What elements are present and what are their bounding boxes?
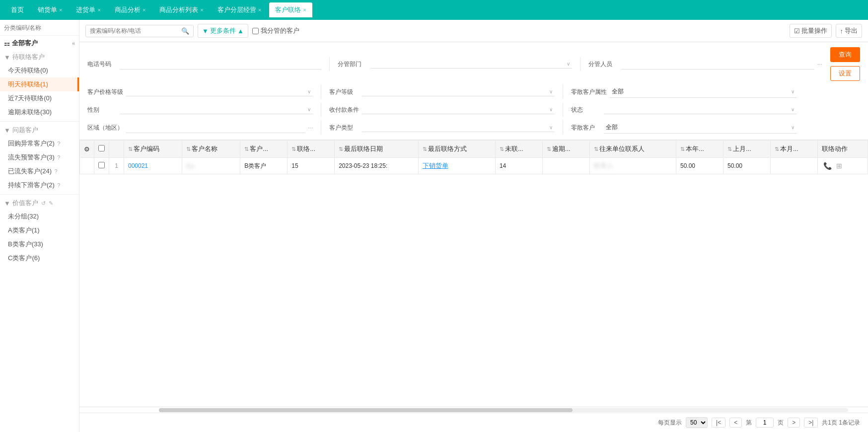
set-btn[interactable]: 设置	[830, 66, 860, 81]
status-field: 状态 ∨	[571, 105, 796, 114]
nav-tab-5[interactable]: 客户联络 ×	[269, 2, 312, 17]
nav-close-1[interactable]: ×	[97, 7, 100, 13]
data-table-wrap: ⚙ ⇅客户编码 ⇅客户名称 ⇅客户... ⇅联络... ⇅最后联络日期 ⇅最后联…	[79, 140, 868, 407]
h-scrollbar-bg	[159, 408, 848, 412]
manager-input[interactable]	[621, 59, 814, 70]
per-page-select[interactable]: 50	[686, 417, 708, 428]
filter-divider-2	[580, 57, 580, 71]
my-customers-check[interactable]	[252, 28, 259, 34]
retail-customer-label: 零散客户	[571, 124, 601, 132]
more-conditions-btn[interactable]: ▼ 更多条件 ▲	[198, 24, 248, 38]
sidebar-tomorrow-contact[interactable]: 明天待联络(1)	[0, 77, 79, 91]
sidebar-search-box: 🔍	[0, 20, 79, 36]
th-checkbox[interactable]	[94, 141, 109, 158]
export-btn[interactable]: ↑ 导出	[836, 24, 863, 38]
th-gear[interactable]: ⚙	[80, 141, 94, 158]
customer-type-select[interactable]: ∨	[362, 123, 555, 132]
batch-op-label: 批量操作	[801, 26, 827, 35]
prev-page-btn[interactable]: <	[729, 418, 742, 428]
retail-attr-select[interactable]: 全部 ∨	[610, 86, 796, 98]
th-last-date[interactable]: ⇅最后联络日期	[335, 141, 419, 158]
region-input[interactable]	[126, 123, 305, 133]
row-select-checkbox[interactable]	[98, 162, 105, 168]
sidebar-continuous-decline[interactable]: 持续下滑客户(2) ?	[0, 178, 79, 192]
payment-label: 收付款条件	[329, 106, 359, 114]
nav-tab-0[interactable]: 销货单 ×	[32, 2, 68, 17]
row-contact-count: 15	[288, 158, 335, 174]
payment-select[interactable]: ∨	[362, 105, 555, 114]
row-code[interactable]: 000021	[124, 158, 182, 174]
th-contacts[interactable]: ⇅往来单位联系人	[589, 141, 676, 158]
nav-close-2[interactable]: ×	[143, 7, 145, 13]
sidebar-c-class[interactable]: C类客户(6)	[0, 251, 79, 265]
status-label: 状态	[571, 106, 601, 114]
nav-tab-3[interactable]: 商品分析列表 ×	[153, 2, 209, 17]
th-last-month[interactable]: ⇅上月...	[723, 141, 770, 158]
status-select[interactable]: ∨	[604, 105, 796, 114]
my-customers-checkbox[interactable]: 我分管的客户	[252, 26, 299, 35]
retail-customer-select[interactable]: 全部 ∨	[604, 122, 796, 134]
gender-label: 性别	[87, 106, 117, 114]
page-num-input[interactable]	[756, 418, 774, 428]
customer-level-field: 客户等级 ∨	[329, 87, 555, 96]
row-last-method[interactable]: 下销货单	[418, 158, 495, 174]
sidebar-search-input[interactable]	[4, 24, 78, 31]
select-all-checkbox[interactable]	[98, 145, 105, 151]
sidebar-near7-contact[interactable]: 近7天待联络(0)	[0, 91, 79, 105]
th-this-month[interactable]: ⇅本月...	[770, 141, 817, 158]
batch-op-btn[interactable]: ☑ 批量操作	[790, 24, 832, 38]
filter-divider-7	[321, 121, 321, 135]
row-last-date: 2023-05-23 18:25:	[335, 158, 419, 174]
sidebar-lost-risk[interactable]: 流失预警客户(3) ?	[0, 150, 79, 164]
th-contact-count[interactable]: ⇅联络...	[288, 141, 335, 158]
nav-tab-4[interactable]: 客户分层经营 ×	[212, 2, 267, 17]
dept-select[interactable]: ∨	[370, 60, 572, 69]
last-page-btn[interactable]: >|	[804, 418, 818, 428]
th-last-method[interactable]: ⇅最后联络方式	[418, 141, 495, 158]
h-scrollbar-thumb[interactable]	[159, 408, 573, 412]
row-checkbox[interactable]	[94, 158, 109, 174]
nav-close-0[interactable]: ×	[59, 7, 62, 13]
sidebar-today-contact[interactable]: 今天待联络(0)	[0, 64, 79, 77]
th-type[interactable]: ⇅客户...	[240, 141, 288, 158]
nav-close-3[interactable]: ×	[200, 7, 203, 13]
th-code[interactable]: ⇅客户编码	[124, 141, 182, 158]
price-level-arrow: ∨	[307, 89, 311, 94]
phone-input[interactable]	[120, 59, 321, 70]
action-grid-icon[interactable]: ⊞	[836, 162, 842, 170]
sort-icon-contacts: ⇅	[594, 146, 598, 152]
query-set-btns: 查询 设置	[830, 47, 860, 81]
sidebar-b-class[interactable]: B类客户(33)	[0, 237, 79, 251]
sidebar-overdue-contact[interactable]: 逾期未联络(30)	[0, 105, 79, 119]
total-records-label: 共1页 1条记录	[822, 419, 860, 427]
customer-type-field: 客户类型 ∨	[329, 123, 555, 132]
sidebar-already-lost[interactable]: 已流失客户(24) ?	[0, 164, 79, 178]
customer-level-select[interactable]: ∨	[362, 87, 555, 96]
collapse-icon: «	[72, 40, 75, 46]
next-page-btn[interactable]: >	[788, 418, 800, 428]
query-btn[interactable]: 查询	[830, 47, 860, 62]
phone-field: 电话号码	[87, 59, 321, 70]
search-input[interactable]	[90, 27, 179, 34]
nav-close-4[interactable]: ×	[258, 7, 261, 13]
manager-more-icon[interactable]: ···	[817, 61, 822, 68]
action-phone-icon[interactable]: 📞	[823, 162, 832, 170]
sidebar-repurchase-abnormal[interactable]: 回购异常客户(2) ?	[0, 137, 79, 150]
first-page-btn[interactable]: |<	[712, 418, 725, 428]
sidebar-ungrouped[interactable]: 未分组(32)	[0, 210, 79, 223]
th-name[interactable]: ⇅客户名称	[182, 141, 240, 158]
sidebar-a-class[interactable]: A类客户(1)	[0, 223, 79, 237]
th-no-contact[interactable]: ⇅未联...	[495, 141, 542, 158]
gender-select[interactable]: ∨	[120, 105, 313, 114]
sidebar-all-customers[interactable]: ⚏ 全部客户 «	[0, 36, 79, 51]
search-icon[interactable]: 🔍	[181, 27, 189, 35]
th-this-year[interactable]: ⇅本年...	[676, 141, 723, 158]
region-more-icon[interactable]: ···	[308, 124, 313, 131]
nav-home[interactable]: 首页	[5, 2, 30, 17]
price-level-select[interactable]: ∨	[126, 87, 313, 96]
th-overdue[interactable]: ⇅逾期...	[542, 141, 589, 158]
data-table: ⚙ ⇅客户编码 ⇅客户名称 ⇅客户... ⇅联络... ⇅最后联络日期 ⇅最后联…	[79, 140, 868, 174]
nav-tab-2[interactable]: 商品分析 ×	[109, 2, 151, 17]
nav-close-5[interactable]: ×	[303, 7, 306, 13]
nav-tab-1[interactable]: 进货单 ×	[70, 2, 106, 17]
